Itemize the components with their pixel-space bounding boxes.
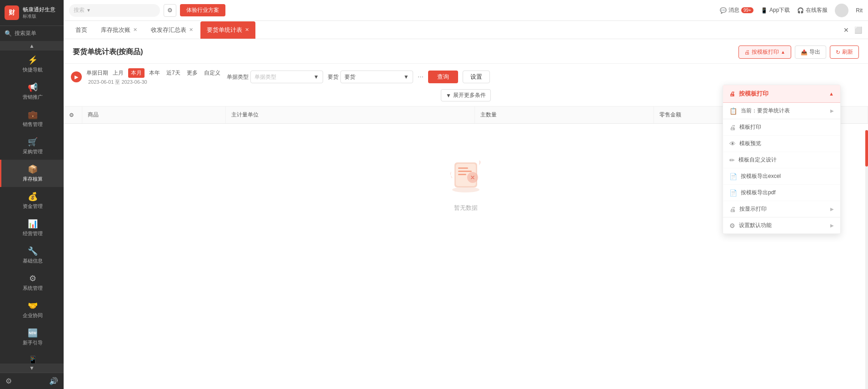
date-last7days[interactable]: 近7天 [165,68,182,78]
search-dropdown-icon: ▼ [86,8,91,13]
message-button[interactable]: 💬 消息 99+ [720,6,753,14]
default-func-icon: ⚙ [729,222,735,229]
sidebar-item-inventory[interactable]: 📦 库存核算 [0,160,64,187]
more-actions-icon[interactable]: ··· [418,73,424,81]
basic-icon: 🔧 [28,246,38,256]
export-pdf-label: 按模板导出pdf [741,189,834,197]
app-version: 标准版 [23,13,55,20]
expand-more-btn[interactable]: ▼ 展开更多条件 [441,89,491,101]
order-type-select[interactable]: 单据类型 ▼ [250,71,323,83]
template-custom-label: 模板自定义设计 [738,156,834,164]
order-category-filter: 要货 要货 ▼ [328,71,413,83]
search-icon: 🔍 [5,30,12,37]
date-options: 单据日期 上月 本月 本年 近7天 更多 自定义 [86,68,222,78]
sidebar-item-basic[interactable]: 🔧 基础信息 [0,242,64,269]
default-func-left: ⚙ 设置默认功能 [729,222,772,229]
settings-button[interactable]: 设置 [463,71,490,83]
close-window-button[interactable]: ✕ [842,25,851,35]
date-prev-month[interactable]: 上月 [111,68,125,78]
finance-icon: 💰 [28,192,38,202]
tab-order-stats[interactable]: 要货单统计表 ✕ [200,21,255,39]
tab-home[interactable]: 首页 [69,21,94,39]
marketing-icon: 📢 [28,82,38,92]
sidebar-item-finance[interactable]: 💰 资金管理 [0,187,64,214]
maximize-window-button[interactable]: ⬜ [853,25,863,35]
svg-point-0 [452,187,479,192]
dropdown-header-left: 🖨 按模板打印 [729,90,768,98]
tab-close-order-stats[interactable]: ✕ [245,27,249,33]
sidebar-scroll-down[interactable]: ▼ [0,364,64,373]
sidebar-item-label: 快捷导航 [23,66,43,73]
date-more[interactable]: 更多 [185,68,200,78]
trial-button[interactable]: 体验行业方案 [180,4,225,16]
refresh-label: 刷新 [842,48,853,56]
order-category-value: 要货 [344,73,355,81]
empty-text: 暂无数据 [454,204,478,212]
filter-toggle-button[interactable]: ▶ [71,71,82,82]
display-print-label: 按显示打印 [739,205,767,213]
online-service-button[interactable]: 🎧 在线客服 [797,6,828,14]
search-label: 搜索菜单 [15,30,36,37]
tab-close-inventory-batch[interactable]: ✕ [133,27,137,33]
tab-receipt-summary[interactable]: 收发存汇总表 ✕ [145,21,200,39]
order-category-select[interactable]: 要货 ▼ [340,71,413,83]
current-template-item[interactable]: 📋 当前：要货单统计表 ▶ [723,103,840,119]
logo-icon: 财 [5,5,19,20]
query-button[interactable]: 查询 [428,71,458,83]
col-goods: 商品 [82,106,225,124]
right-scrollbar[interactable] [865,130,868,389]
page-header: 要货单统计表(按商品) 🖨 按模板打印 ▲ 📤 导出 ↻ 刷新 [64,39,868,64]
dropdown-item-template-print[interactable]: 🖨 模板打印 [723,119,840,136]
dropdown-item-template-preview[interactable]: 👁 模板预览 [723,136,840,152]
tab-inventory-batch[interactable]: 库存批次账 ✕ [95,21,144,39]
date-custom[interactable]: 自定义 [202,68,222,78]
dropdown-collapse-icon[interactable]: ▲ [829,91,834,96]
sidebar-item-label: 新手引导 [23,339,43,346]
print-icon: 🖨 [744,49,750,56]
sidebar-scroll-up[interactable]: ▲ [0,41,64,51]
export-button[interactable]: 📤 导出 [795,45,826,59]
settings-footer-icon[interactable]: ⚙ [5,377,12,385]
sidebar-item-purchase[interactable]: 🛒 采购管理 [0,132,64,160]
expand-label: 展开更多条件 [453,91,486,99]
export-excel-icon: 📄 [729,173,737,180]
search-placeholder: 搜索 [74,6,85,14]
default-func-section[interactable]: ⚙ 设置默认功能 ▶ [723,217,840,234]
sidebar: 财 畅康通好生意 标准版 🔍 搜索菜单 ▲ ⚡ 快捷导航 📢 营销推广 💼 销售… [0,0,64,389]
dropdown-item-export-pdf[interactable]: 📄 按模板导出pdf [723,185,840,201]
settings-col-icon[interactable]: ⚙ [69,112,74,118]
dropdown-header[interactable]: 🖨 按模板打印 ▲ [723,85,840,103]
sidebar-item-guide[interactable]: 🆕 新手引导 [0,323,64,351]
sidebar-item-operation[interactable]: 📊 经营管理 [0,214,64,242]
dropdown-item-export-excel[interactable]: 📄 按模板导出excel [723,168,840,185]
sales-icon: 💼 [28,110,38,120]
col-unit: 主计量单位 [225,106,475,124]
tab-close-receipt-summary[interactable]: ✕ [189,27,193,33]
sidebar-item-sales[interactable]: 💼 销售管理 [0,105,64,132]
svg-rect-5 [458,174,466,175]
sidebar-item-marketing[interactable]: 📢 营销推广 [0,78,64,105]
dropdown-item-template-custom[interactable]: ✏ 模板自定义设计 [723,152,840,168]
refresh-button[interactable]: ↻ 刷新 [830,45,859,59]
gear-button[interactable]: ⚙ [164,4,176,17]
filter-row-1: ▶ 单据日期 上月 本月 本年 近7天 更多 自定义 2023-06-01 至 … [71,68,861,86]
export-excel-label: 按模板导出excel [741,172,834,180]
sidebar-item-app-center[interactable]: 📱 应用中心 [0,351,64,364]
speaker-icon[interactable]: 🔊 [49,377,58,385]
content-area: 要货单统计表(按商品) 🖨 按模板打印 ▲ 📤 导出 ↻ 刷新 [64,39,868,389]
purchase-icon: 🛒 [28,137,38,147]
date-current-month[interactable]: 本月 [128,68,145,78]
print-dropdown-icon: 🖨 [729,91,735,97]
print-template-button[interactable]: 🖨 按模板打印 ▲ [738,45,791,59]
top-search-input[interactable]: 搜索 ▼ [69,4,160,17]
avatar[interactable] [835,4,848,17]
sidebar-item-enterprise[interactable]: 🤝 企业协同 [0,296,64,323]
sidebar-item-quick-nav[interactable]: ⚡ 快捷导航 [0,51,64,78]
date-current-year[interactable]: 本年 [147,68,162,78]
sidebar-item-system[interactable]: ⚙ 系统管理 [0,269,64,296]
print-chevron-icon: ▲ [781,50,785,55]
app-download-button[interactable]: 📱 App下载 [761,6,790,14]
sidebar-search[interactable]: 🔍 搜索菜单 [0,26,64,41]
template-preview-label: 模板预览 [739,140,834,147]
display-print-section[interactable]: 🖨 按显示打印 ▶ [723,201,840,217]
